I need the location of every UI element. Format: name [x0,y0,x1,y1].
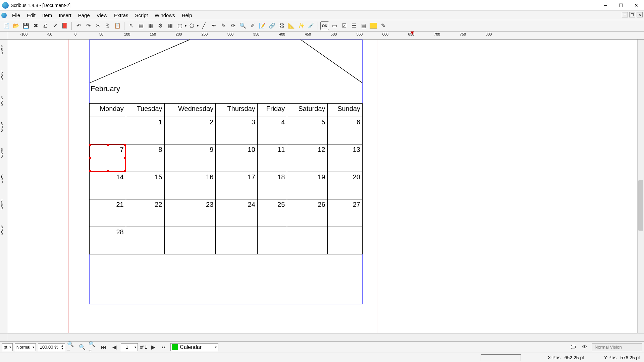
print-button[interactable]: 🖨 [41,21,50,30]
selected-frame[interactable] [90,144,126,172]
mdi-minimize-button[interactable]: ─ [622,12,628,17]
zoom-out-button[interactable]: 🔍− [67,343,76,352]
export-pdf-button[interactable]: 📕 [60,21,69,30]
menu-extras[interactable]: Extras [111,11,132,19]
preview-toggle-icon[interactable]: 👁 [580,343,589,352]
calendar-cell[interactable]: 22 [126,199,164,227]
redo-button[interactable]: ↷ [84,21,93,30]
pdf-textfield-tool[interactable]: ▭ [330,21,339,30]
render-frame-tool[interactable]: ⚙ [156,21,165,30]
layer-select[interactable]: Calendar ▾ [170,343,218,351]
maximize-button[interactable]: ☐ [613,0,629,11]
unlink-frames-tool[interactable]: ⛓ [277,21,286,30]
paste-button[interactable]: 📋 [113,21,122,30]
calendar-cell[interactable]: 2 [164,117,216,144]
calendar-cell[interactable] [287,227,327,254]
copy-button[interactable]: ⎘ [103,21,112,30]
calendar-cell[interactable]: 12 [287,144,327,172]
calendar-cell[interactable]: 20 [327,172,362,199]
calendar-cell[interactable]: 17 [216,172,257,199]
zoom-100-button[interactable]: 🔍 [78,343,87,352]
close-doc-button[interactable]: ✖ [31,21,40,30]
calendar-cell[interactable]: 18 [257,172,287,199]
zoom-in-button[interactable]: 🔍+ [89,343,97,352]
calendar-cell[interactable]: 25 [257,199,287,227]
pdf-annotation-tool[interactable] [369,21,378,30]
calendar-cell[interactable]: 26 [287,199,327,227]
calendar-cell[interactable]: 8 [126,144,164,172]
story-editor-tool[interactable]: 📝 [258,21,267,30]
menu-insert[interactable]: Insert [55,11,75,19]
calendar-cell[interactable]: 11 [257,144,287,172]
resize-handle-ne[interactable] [124,144,126,146]
pdf-button-tool[interactable]: OK [320,21,329,30]
horizontal-scrollbar[interactable] [8,334,637,341]
calendar-cell[interactable]: 4 [257,117,287,144]
resize-handle-w[interactable] [89,157,91,159]
calendar-cell[interactable]: 15 [126,172,164,199]
next-page-button[interactable]: ▶ [149,343,158,352]
menu-edit[interactable]: Edit [23,11,39,19]
link-frames-tool[interactable]: 🔗 [268,21,276,30]
vision-mode-select[interactable]: Normal Vision [592,343,642,351]
pdf-listbox-tool[interactable]: ▤ [359,21,368,30]
zoom-input[interactable] [38,345,60,350]
calendar-cell[interactable] [327,227,362,254]
calendar-cell[interactable]: 3 [216,117,257,144]
calendar-cell[interactable]: 13 [327,144,362,172]
canvas[interactable]: February MondayTuesdayWednesdayThursdayF… [8,40,637,333]
scrollbar-thumb[interactable] [638,180,643,231]
close-button[interactable]: ✕ [629,0,644,11]
calendar-cell[interactable]: 24 [216,199,257,227]
mdi-restore-button[interactable]: ❐ [629,12,635,17]
resize-handle-sw[interactable] [89,170,91,172]
zoom-spinbox[interactable]: ▲▼ [38,343,65,351]
first-page-button[interactable]: ⏮ [99,343,108,352]
resize-handle-se[interactable] [124,170,126,172]
last-page-button[interactable]: ⏭ [160,343,168,352]
menu-script[interactable]: Script [132,11,151,19]
calendar-cell[interactable] [164,227,216,254]
prev-page-button[interactable]: ◀ [110,343,119,352]
resize-handle-e[interactable] [124,157,126,159]
calendar-cell[interactable]: 21 [90,199,126,227]
calendar-cell[interactable] [126,227,164,254]
bezier-tool[interactable]: ✒ [209,21,218,30]
page-number-input[interactable] [121,344,133,351]
page-select[interactable]: ▾ [121,343,138,351]
mdi-close-button[interactable]: ✕ [637,12,643,17]
calendar-cell[interactable]: 19 [287,172,327,199]
calendar-cell[interactable]: 27 [327,199,362,227]
calendar-cell[interactable]: 23 [164,199,216,227]
resize-handle-s[interactable] [107,170,109,172]
calendar-cell[interactable]: 10 [216,144,257,172]
new-button[interactable]: 📄 [2,21,11,30]
horizontal-ruler[interactable]: -100-50050100150200250300350400450500550… [8,32,644,39]
pdf-link-tool[interactable]: ✎ [379,21,387,30]
zoom-down[interactable]: ▼ [60,347,65,350]
calendar-cell[interactable]: 28 [90,227,126,254]
pdf-combobox-tool[interactable]: ☰ [350,21,358,30]
save-button[interactable]: 💾 [21,21,30,30]
rotate-tool[interactable]: ⟳ [229,21,237,30]
zoom-up[interactable]: ▲ [60,344,65,347]
resize-handle-nw[interactable] [89,144,91,146]
calendar-cell[interactable] [216,227,257,254]
resize-handle-n[interactable] [107,144,109,146]
measure-tool[interactable]: 📐 [287,21,296,30]
menu-page[interactable]: Page [75,11,93,19]
unit-select[interactable]: pt▾ [2,343,13,351]
copy-properties-tool[interactable]: ✨ [297,21,306,30]
pdf-checkbox-tool[interactable]: ☑ [340,21,348,30]
text-frame-tool[interactable]: ▤ [137,21,145,30]
zoom-tool[interactable]: 🔍 [238,21,247,30]
vertical-ruler[interactable]: 4 5 05 0 05 5 06 0 06 5 07 0 07 5 08 0 0 [0,40,8,333]
menu-windows[interactable]: Windows [151,11,178,19]
menu-file[interactable]: File [9,11,23,19]
table-tool[interactable]: ▦ [166,21,174,30]
calendar-cell[interactable]: 6 [327,117,362,144]
cms-toggle-icon[interactable]: 🖵 [569,343,578,352]
open-button[interactable]: 📂 [12,21,20,30]
preview-mode-select[interactable]: Normal▾ [15,343,36,351]
edit-contents-tool[interactable]: ✐ [248,21,257,30]
